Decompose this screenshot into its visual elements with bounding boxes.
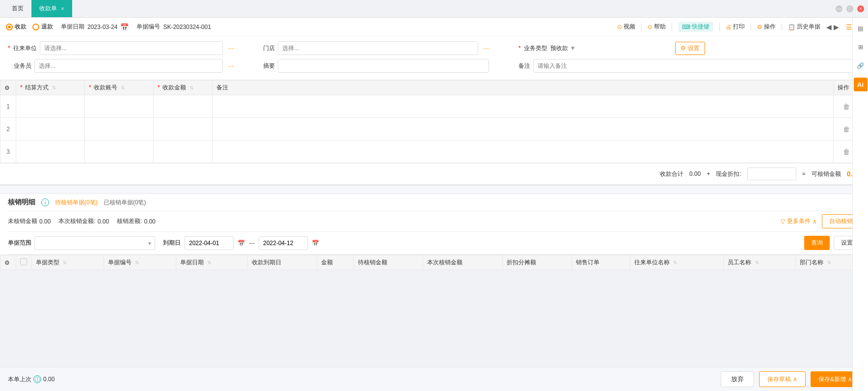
due-start-input[interactable] <box>185 236 234 250</box>
next-arrow[interactable]: ▶ <box>834 23 839 31</box>
row1-remark[interactable] <box>213 95 834 118</box>
shortcut-link[interactable]: ⌨ 快捷键 <box>678 22 713 32</box>
settings-label: 设置 <box>688 44 700 53</box>
footer-info-icon[interactable]: ⓘ <box>33 375 41 383</box>
partner-more-icon[interactable]: ··· <box>228 44 234 52</box>
bt-dept-label: 部门名称 <box>800 259 823 266</box>
bt-partner-sort[interactable]: ⇅ <box>673 260 677 265</box>
table-gear-header[interactable]: ⚙ <box>0 81 16 95</box>
salesman-more-icon[interactable]: ··· <box>228 62 234 70</box>
save-draft-button[interactable]: 保存草稿 ∧ <box>759 371 806 387</box>
row2-amount[interactable] <box>154 118 213 140</box>
bt-staff-sort[interactable]: ⇅ <box>755 260 759 265</box>
current-value: 0.00 <box>98 218 109 225</box>
bt-gear-header[interactable]: ⚙ <box>0 255 16 270</box>
print-label: 打印 <box>733 23 745 31</box>
operation-label: 操作 <box>764 23 776 31</box>
row2-remark[interactable] <box>213 118 834 140</box>
diff-stat: 核销差额: 0.00 <box>117 217 156 225</box>
query-button[interactable]: 查询 <box>804 236 830 250</box>
row3-amount[interactable] <box>154 140 213 163</box>
sidebar-link-icon[interactable]: 🔗 <box>854 59 868 73</box>
bt-order-header: 销售订单 <box>571 255 630 270</box>
account-sort-icon[interactable]: ⇅ <box>121 85 125 90</box>
tab-receipt[interactable]: 收款单 × <box>31 0 72 17</box>
close-button[interactable]: × <box>857 5 864 12</box>
radio-receipt[interactable]: 收款 <box>6 23 27 31</box>
sidebar-table-icon[interactable]: ▤ <box>854 22 868 35</box>
nuclear-stats: 未核销金额 0.00 本次核销金额: 0.00 核销差额: 0.00 <box>8 213 156 229</box>
minimize-button[interactable]: — <box>836 5 842 12</box>
print-link[interactable]: 🖨 打印 <box>726 23 745 31</box>
summary-input[interactable] <box>278 59 489 73</box>
save-new-label: 保存&新增 <box>818 375 846 384</box>
remark-input[interactable] <box>533 59 860 73</box>
bt-no-label: 单据编号 <box>108 259 132 266</box>
row1-amount[interactable] <box>154 95 213 118</box>
done-tab[interactable]: 已核销单据(0笔) <box>104 198 146 207</box>
help-link[interactable]: ⊙ 帮助 <box>648 23 666 31</box>
store-input[interactable] <box>278 41 478 55</box>
row1-account[interactable] <box>85 95 154 118</box>
sidebar-grid-icon[interactable]: ⊞ <box>854 40 868 54</box>
biz-required: * <box>518 45 521 52</box>
row3-delete-icon[interactable]: 🗑 <box>843 148 850 156</box>
table-row: 1 🗑 ⊞ <box>0 95 868 118</box>
bt-discount-label: 折扣分摊额 <box>507 259 536 266</box>
settings-button[interactable]: ⚙ 设置 <box>675 42 705 55</box>
radio-refund[interactable]: 退款 <box>32 23 53 31</box>
bt-check-header[interactable] <box>16 255 32 270</box>
th-amount: * 收款金额 ⇅ <box>154 81 213 95</box>
due-start-cal-icon[interactable]: 📅 <box>238 240 245 247</box>
bt-date-sort[interactable]: ⇅ <box>207 260 211 265</box>
bt-type-sort[interactable]: ⇅ <box>63 260 67 265</box>
row2-settle[interactable] <box>16 118 85 140</box>
discount-input[interactable] <box>747 168 796 180</box>
range-select[interactable] <box>34 236 155 250</box>
bt-check-all[interactable] <box>20 258 27 265</box>
video-link[interactable]: ⊙ 视频 <box>617 23 635 31</box>
more-conditions-btn[interactable]: ▽ 更多条件 ∧ <box>781 217 817 225</box>
row3-remark[interactable] <box>213 140 834 163</box>
amount-label: 收款金额 <box>163 84 186 91</box>
bt-dept-sort[interactable]: ⇅ <box>827 260 831 265</box>
row1-settle[interactable] <box>16 95 85 118</box>
content-area: 收款 退款 单据日期 2023-03-24 📅 单据编号 SK-20230324… <box>0 18 868 391</box>
nuclear-info-icon[interactable]: i <box>41 198 49 206</box>
row1-delete-icon[interactable]: 🗑 <box>843 103 850 111</box>
row2-account[interactable] <box>85 118 154 140</box>
filter-actions: 查询 设置 <box>804 236 860 250</box>
salesman-input[interactable] <box>34 59 223 73</box>
row3-account[interactable] <box>85 140 154 163</box>
bt-discount-header: 折扣分摊额 <box>503 255 572 270</box>
row3-settle[interactable] <box>16 140 85 163</box>
tab-close-icon[interactable]: × <box>61 5 64 12</box>
store-more-icon[interactable]: ··· <box>483 44 489 52</box>
due-end-input[interactable] <box>259 236 308 250</box>
settle-sort-icon[interactable]: ⇅ <box>52 85 56 90</box>
bt-no-sort[interactable]: ⇅ <box>135 260 139 265</box>
sidebar-ai-icon[interactable]: Ai <box>854 78 868 91</box>
abandon-button[interactable]: 放弃 <box>721 371 754 387</box>
pending-tab[interactable]: 待核销单据(0笔) <box>55 198 98 207</box>
calendar-icon[interactable]: 📅 <box>120 23 129 31</box>
settle-label: 结算方式 <box>25 84 49 91</box>
biz-type-value: 预收款 <box>550 44 568 53</box>
due-end-cal-icon[interactable]: 📅 <box>312 240 319 247</box>
tab-home-label: 首页 <box>12 4 24 13</box>
summary-label: 摘要 <box>263 62 275 70</box>
available-label: 可核销金额 <box>812 170 841 178</box>
prev-arrow[interactable]: ◀ <box>826 23 832 31</box>
shortcut-icon: ⌨ <box>682 24 690 30</box>
bt-type-label: 单据类型 <box>36 259 59 266</box>
nav-arrows: ◀ ▶ <box>826 23 839 31</box>
partner-input[interactable] <box>40 41 223 55</box>
history-link[interactable]: 📋 历史单据 <box>788 23 820 31</box>
operation-link[interactable]: ⚙ 操作 <box>757 23 776 31</box>
amount-sort-icon[interactable]: ⇅ <box>190 85 193 90</box>
bt-amount-label: 金额 <box>321 259 333 266</box>
biz-type-arrow[interactable]: ▼ <box>570 45 576 52</box>
maximize-button[interactable]: □ <box>846 5 853 12</box>
row2-delete-icon[interactable]: 🗑 <box>843 125 850 133</box>
tab-home[interactable]: 首页 <box>4 0 31 17</box>
